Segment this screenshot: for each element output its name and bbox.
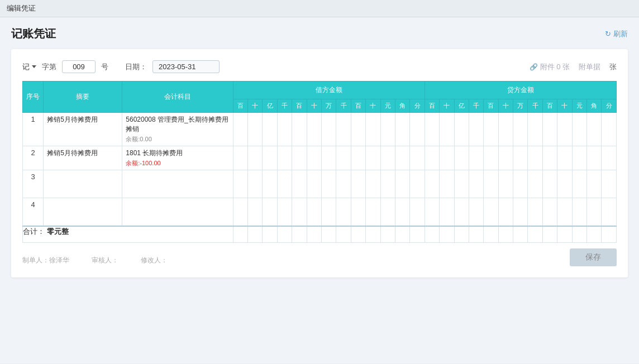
row2-d2[interactable] xyxy=(248,146,263,170)
row2-c10[interactable] xyxy=(557,146,572,170)
credit-bai: 百 xyxy=(425,99,439,113)
date-label: 日期： xyxy=(125,62,147,72)
debit-yi: 亿 xyxy=(263,99,277,113)
row2-c6[interactable] xyxy=(498,146,513,170)
voucher-form-row: 记 字第 号 日期： 🔗 附件 0 张 附单据 张 xyxy=(22,60,617,73)
col-header-debit: 借方金额 xyxy=(233,82,425,99)
row1-c1[interactable] xyxy=(425,113,439,146)
row1-d9[interactable] xyxy=(351,113,365,146)
attach-label: 附件 0 张 xyxy=(540,62,570,72)
row2-d8[interactable] xyxy=(336,146,351,170)
debit-wan: 万 xyxy=(321,99,336,113)
table-row: 2 摊销5月待摊费用 1801 长期待摊费用 余额:-100.00 xyxy=(23,146,617,170)
row2-d7[interactable] xyxy=(321,146,336,170)
debit-jiao: 角 xyxy=(395,99,409,113)
debit-yuan: 元 xyxy=(380,99,395,113)
row1-account[interactable]: 56020008 管理费用_长期待摊费用摊销 余额:0.00 xyxy=(122,113,233,146)
refresh-icon: ↻ xyxy=(605,30,611,38)
total-row: 合计： 零元整 xyxy=(23,226,617,243)
row1-c8[interactable] xyxy=(528,113,542,146)
debit-shi3: 十 xyxy=(366,99,380,113)
row1-c13[interactable] xyxy=(602,113,617,146)
row2-c13[interactable] xyxy=(602,146,617,170)
footer-area: 制单人：徐泽华 审核人： 修改人： 保存 xyxy=(22,248,617,266)
row1-d7[interactable] xyxy=(321,113,336,146)
row1-c7[interactable] xyxy=(513,113,528,146)
row3-account[interactable] xyxy=(122,170,233,198)
row2-c11[interactable] xyxy=(572,146,586,170)
row1-c4[interactable] xyxy=(469,113,483,146)
table-row: 1 摊销5月待摊费用 56020008 管理费用_长期待摊费用摊销 余额:0.0… xyxy=(23,113,617,146)
row2-c7[interactable] xyxy=(513,146,528,170)
voucher-type-button[interactable]: 记 xyxy=(22,62,36,72)
row4-summary[interactable] xyxy=(44,198,122,226)
row2-c1[interactable] xyxy=(425,146,439,170)
debit-qian2: 千 xyxy=(336,99,351,113)
col-header-account: 会计科目 xyxy=(122,82,233,113)
row2-d13[interactable] xyxy=(410,146,425,170)
row1-d10[interactable] xyxy=(366,113,380,146)
row1-d13[interactable] xyxy=(410,113,425,146)
credit-wan: 万 xyxy=(513,99,528,113)
row2-c4[interactable] xyxy=(469,146,483,170)
date-input[interactable] xyxy=(152,60,220,73)
row1-c3[interactable] xyxy=(454,113,469,146)
row1-c5[interactable] xyxy=(484,113,498,146)
table-row: 3 xyxy=(23,170,617,198)
row2-c12[interactable] xyxy=(587,146,602,170)
row1-d11[interactable] xyxy=(380,113,395,146)
row2-account[interactable]: 1801 长期待摊费用 余额:-100.00 xyxy=(122,146,233,170)
debit-bai: 百 xyxy=(233,99,247,113)
row2-d3[interactable] xyxy=(263,146,277,170)
save-button[interactable]: 保存 xyxy=(570,248,617,266)
row2-c2[interactable] xyxy=(440,146,454,170)
credit-shi2: 十 xyxy=(498,99,513,113)
credit-fen: 分 xyxy=(602,99,617,113)
row2-d12[interactable] xyxy=(395,146,409,170)
row1-d3[interactable] xyxy=(263,113,277,146)
row1-c11[interactable] xyxy=(572,113,586,146)
row1-summary[interactable]: 摊销5月待摊费用 xyxy=(44,113,122,146)
row2-c8[interactable] xyxy=(528,146,542,170)
row2-d9[interactable] xyxy=(351,146,365,170)
attach-link[interactable]: 🔗 附件 0 张 xyxy=(530,62,570,72)
credit-qian2: 千 xyxy=(528,99,542,113)
row2-d4[interactable] xyxy=(277,146,292,170)
row4-seq: 4 xyxy=(23,198,44,226)
row1-d8[interactable] xyxy=(336,113,351,146)
row2-summary[interactable]: 摊销5月待摊费用 xyxy=(44,146,122,170)
debit-shi2: 十 xyxy=(307,99,321,113)
row1-c2[interactable] xyxy=(440,113,454,146)
voucher-number-input[interactable] xyxy=(62,60,96,73)
row1-c6[interactable] xyxy=(498,113,513,146)
row3-summary[interactable] xyxy=(44,170,122,198)
row2-c5[interactable] xyxy=(484,146,498,170)
row2-d1[interactable] xyxy=(233,146,247,170)
row1-c12[interactable] xyxy=(587,113,602,146)
hao-label: 号 xyxy=(101,62,108,72)
attach-single-btn[interactable]: 附单据 xyxy=(579,62,600,72)
row2-c3[interactable] xyxy=(454,146,469,170)
row1-d5[interactable] xyxy=(292,113,307,146)
zhang-label: 张 xyxy=(609,62,617,72)
row1-d2[interactable] xyxy=(248,113,263,146)
title-bar: 编辑凭证 xyxy=(0,0,639,17)
row3-seq: 3 xyxy=(23,170,44,198)
row2-d6[interactable] xyxy=(307,146,321,170)
refresh-button[interactable]: ↻ 刷新 xyxy=(605,29,628,39)
row1-d12[interactable] xyxy=(395,113,409,146)
col-header-summary: 摘要 xyxy=(44,82,122,113)
creator-label: 制单人：徐泽华 xyxy=(22,256,69,265)
link-icon: 🔗 xyxy=(530,63,538,71)
row1-d4[interactable] xyxy=(277,113,292,146)
row2-d11[interactable] xyxy=(380,146,395,170)
table-row: 4 xyxy=(23,198,617,226)
row1-c10[interactable] xyxy=(557,113,572,146)
row1-c9[interactable] xyxy=(542,113,557,146)
row4-account[interactable] xyxy=(122,198,233,226)
row1-d6[interactable] xyxy=(307,113,321,146)
row2-c9[interactable] xyxy=(542,146,557,170)
row2-d5[interactable] xyxy=(292,146,307,170)
row2-d10[interactable] xyxy=(366,146,380,170)
row1-d1[interactable] xyxy=(233,113,247,146)
